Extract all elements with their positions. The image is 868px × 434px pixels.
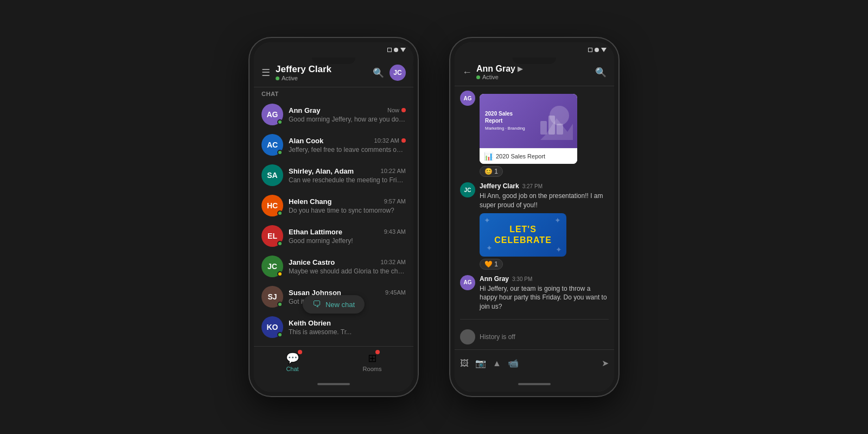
doc-name: 2020 Sales Report xyxy=(496,153,545,159)
right-phone: ← Ann Gray ▶ Active 🔍 xyxy=(450,38,618,396)
chat-time: 9:57 AM xyxy=(384,198,406,205)
back-button[interactable]: ← xyxy=(462,67,472,78)
avatar-group: SA xyxy=(261,164,283,186)
status-online xyxy=(277,119,283,125)
new-chat-icon: 🗨 xyxy=(312,299,321,309)
chat-item-ann-gray[interactable]: AG Ann Gray Now Good morning Jeffery, ho… xyxy=(254,99,413,130)
document-card[interactable]: 2020 SalesReportMarketing · Branding xyxy=(480,94,577,164)
history-avatar xyxy=(460,329,475,344)
avatar-janice-castro: JC xyxy=(261,256,283,277)
battery-icon xyxy=(400,48,406,52)
star-4: ✦ xyxy=(556,245,562,254)
right-bottom-bar xyxy=(455,376,614,392)
nav-rooms[interactable]: ⊞ Rooms xyxy=(363,352,382,372)
message-row-jeffery: JC Jeffery Clark 3:27 PM Hi Ann, good jo… xyxy=(460,182,609,270)
chat-info-ann-gray: Ann Gray Now Good morning Jeffery, how a… xyxy=(289,106,406,123)
rooms-nav-icon: ⊞ xyxy=(368,352,377,365)
wifi-icon xyxy=(595,48,599,52)
chat-item-ethan-lattimore[interactable]: EL Ethan Lattimore 9:43 AM Good morning … xyxy=(254,221,413,251)
avatar-alan-cook: AC xyxy=(261,134,283,156)
video-icon[interactable]: 📹 xyxy=(508,358,519,368)
history-divider xyxy=(460,319,609,320)
avatar-susan-johnson: SJ xyxy=(261,286,283,308)
msg-text-ann: Hi Jeffery, our team is going to throw a… xyxy=(480,284,609,311)
chat-item-group[interactable]: SA Shirley, Alan, Adam 10:22 AM Can we r… xyxy=(254,160,413,190)
celebrate-image: ✦ ✦ ✦ ✦ LET'SCELEBRATE xyxy=(480,213,566,257)
avatar-keith-obrien: KO xyxy=(261,316,283,338)
msg-avatar-ann: AG xyxy=(460,91,475,106)
status-online xyxy=(277,241,283,246)
chat-info-group: Shirley, Alan, Adam 10:22 AM Can we resc… xyxy=(289,167,406,184)
msg-content-ann: Ann Gray 3:30 PM Hi Jeffery, our team is… xyxy=(480,275,609,311)
bottom-nav: 💬 Chat ⊞ Rooms xyxy=(254,346,413,376)
chat-preview: Can we reschedule the meeting to Friday? xyxy=(289,176,406,184)
chat-info-helen-chang: Helen Chang 9:57 AM Do you have time to … xyxy=(289,197,406,214)
celebrate-text: LET'SCELEBRATE xyxy=(494,224,552,245)
unread-dot xyxy=(401,108,406,112)
chat-nav-label: Chat xyxy=(286,366,298,372)
chat-preview: Maybe we should add Gloria to the chat..… xyxy=(289,267,406,275)
chat-info-keith-obrien: Keith Obrien This is awesome. Tr... xyxy=(289,319,406,336)
msg-avatar-ann-2: AG xyxy=(460,275,475,290)
search-icon[interactable]: 🔍 xyxy=(373,67,384,79)
chat-item-helen-chang[interactable]: HC Helen Chang 9:57 AM Do you have time … xyxy=(254,190,413,221)
new-chat-label: New chat xyxy=(326,301,355,309)
rooms-badge xyxy=(375,350,380,354)
avatar-ann-gray: AG xyxy=(261,104,283,125)
doc-file-icon: 📊 xyxy=(484,152,493,161)
conv-input-area: 🖼 📷 ▲ 📹 ➤ xyxy=(455,349,614,376)
chat-name: Shirley, Alan, Adam xyxy=(289,167,354,175)
chat-time: 10:32 AM xyxy=(374,137,406,144)
user-avatar[interactable]: JC xyxy=(390,65,406,81)
chat-info-alan-cook: Alan Cook 10:32 AM Jeffery, feel free to… xyxy=(289,137,406,154)
messages-area: AG 2020 SalesReportMarketing · Branding xyxy=(455,86,614,349)
chat-item-alan-cook[interactable]: AC Alan Cook 10:32 AM Jeffery, feel free… xyxy=(254,130,413,160)
avatar-helen-chang: HC xyxy=(261,195,283,216)
chat-name: Alan Cook xyxy=(289,137,323,145)
new-chat-button[interactable]: 🗨 New chat xyxy=(303,295,365,314)
bottom-indicator xyxy=(518,383,551,385)
send-button[interactable]: ➤ xyxy=(602,358,609,368)
chat-preview: Good morning Jeffery, how are you doing? xyxy=(289,116,406,123)
hamburger-icon[interactable]: ☰ xyxy=(261,67,270,79)
reaction-badge-2[interactable]: 🧡 1 xyxy=(480,259,503,270)
phone-notch xyxy=(513,58,556,64)
unread-dot xyxy=(401,138,406,143)
active-dot xyxy=(276,76,279,80)
chat-item-keith-obrien[interactable]: KO Keith Obrien This is awesome. Tr... xyxy=(254,312,413,342)
svg-rect-3 xyxy=(548,116,555,135)
history-row: History is off xyxy=(460,327,609,347)
drive-icon[interactable]: ▲ xyxy=(493,359,501,368)
signal-icon xyxy=(387,48,392,52)
doc-footer: 📊 2020 Sales Report xyxy=(480,148,577,164)
camera-icon[interactable]: 📷 xyxy=(475,358,486,368)
star-3: ✦ xyxy=(486,244,493,252)
msg-time: 3:30 PM xyxy=(512,276,532,282)
chat-section-label: CHAT xyxy=(254,87,413,99)
svg-rect-2 xyxy=(540,121,547,135)
chat-info-ethan-lattimore: Ethan Lattimore 9:43 AM Good morning Jef… xyxy=(289,228,406,245)
nav-chat[interactable]: 💬 Chat xyxy=(286,352,299,372)
signal-icon xyxy=(588,48,592,52)
rooms-nav-label: Rooms xyxy=(363,366,382,372)
reaction-badge[interactable]: 😊 1 xyxy=(480,166,503,177)
right-screen: ← Ann Gray ▶ Active 🔍 xyxy=(455,58,614,376)
msg-avatar-jeffery: JC xyxy=(460,182,475,197)
left-status-bar xyxy=(254,42,413,58)
bottom-indicator xyxy=(317,383,350,385)
msg-meta-ann: Ann Gray 3:30 PM xyxy=(480,275,609,283)
chat-preview: This is awesome. Tr... xyxy=(289,328,406,336)
chat-time: Now xyxy=(387,107,406,113)
status-yellow xyxy=(277,271,283,277)
left-phone: ☰ Jeffery Clark Active 🔍 JC CHAT xyxy=(250,38,418,396)
chat-item-janice-castro[interactable]: JC Janice Castro 10:32 AM Maybe we shoul… xyxy=(254,251,413,282)
chat-name: Janice Castro xyxy=(289,258,335,266)
msg-content-document: 2020 SalesReportMarketing · Branding xyxy=(480,91,609,177)
doc-preview: 2020 SalesReportMarketing · Branding xyxy=(480,94,577,148)
msg-time: 3:27 PM xyxy=(522,183,542,189)
conv-search-icon[interactable]: 🔍 xyxy=(595,67,607,78)
battery-icon xyxy=(601,48,607,52)
star-2: ✦ xyxy=(554,216,561,225)
status-online xyxy=(277,302,283,307)
image-attach-icon[interactable]: 🖼 xyxy=(460,359,469,368)
